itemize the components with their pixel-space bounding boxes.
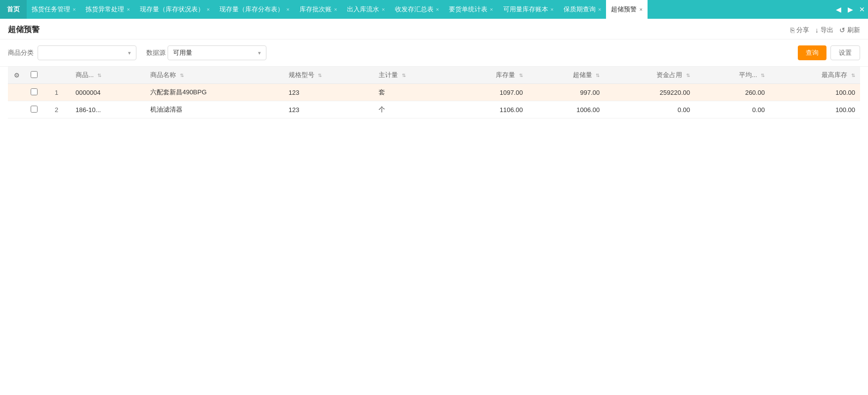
row-number: 1 <box>43 84 71 101</box>
datasource-label: 数据源 <box>146 48 166 57</box>
col-stock-header[interactable]: 库存量 ⇅ <box>451 67 528 84</box>
col-gear-header[interactable]: ⚙ <box>8 67 26 84</box>
row-gear-cell <box>8 84 26 101</box>
col-avg-header[interactable]: 平均... ⇅ <box>695 67 770 84</box>
tab-available-close[interactable]: × <box>551 6 554 12</box>
tab-picking-close[interactable]: × <box>73 6 76 12</box>
tab-requisition-close[interactable]: × <box>490 6 493 12</box>
share-button[interactable]: ⎘ 分享 <box>790 26 809 35</box>
tab-picking[interactable]: 拣货任务管理 × <box>27 0 81 19</box>
tab-inventory-status-close[interactable]: × <box>207 6 210 12</box>
row-checkbox-cell[interactable] <box>26 101 43 118</box>
col-unit-header[interactable]: 主计量 ⇅ <box>374 67 451 84</box>
col-max-stock-header[interactable]: 最高库存 ⇅ <box>770 67 860 84</box>
refresh-icon: ↺ <box>839 26 845 34</box>
table-body: 1 0000004 六配套新昌490BPG 123 套 1097.00 997.… <box>8 84 860 118</box>
category-label: 商品分类 <box>8 48 34 57</box>
tab-inventory-dist-close[interactable]: × <box>286 6 289 12</box>
nav-prev-button[interactable]: ◀ <box>832 0 844 19</box>
nav-next-button[interactable]: ▶ <box>844 0 856 19</box>
tab-batch[interactable]: 库存批次账 × <box>295 0 342 19</box>
filter-bar: 商品分类 ▾ 数据源 可用量 ▾ 查询 设置 <box>0 40 868 67</box>
col-spec-header[interactable]: 规格型号 ⇅ <box>284 67 374 84</box>
row-unit: 个 <box>374 101 451 118</box>
tab-batch-close[interactable]: × <box>334 6 337 12</box>
tab-overstock[interactable]: 超储预警 × <box>606 0 647 19</box>
row-product-code: 0000004 <box>71 84 145 101</box>
nav-home[interactable]: 首页 <box>0 0 27 19</box>
category-select[interactable]: ▾ <box>38 45 136 60</box>
col-checkbox-header[interactable] <box>26 67 43 84</box>
sort-unit-icon: ⇅ <box>402 73 406 78</box>
row-avg: 0.00 <box>695 101 770 118</box>
table-header-row: ⚙ 商品... ⇅ 商品名称 ⇅ 规格型号 <box>8 67 860 84</box>
top-navigation: 首页 拣货任务管理 × 拣货异常处理 × 现存量（库存状况表） × 现存量（库存… <box>0 0 868 19</box>
page-title: 超储预警 <box>8 25 40 35</box>
row-checkbox[interactable] <box>31 106 38 113</box>
nav-arrows: ◀ ▶ ✕ <box>832 0 868 19</box>
row-max-stock: 100.00 <box>770 101 860 118</box>
tab-available[interactable]: 可用量库存账本 × <box>498 0 559 19</box>
datasource-group: 数据源 可用量 ▾ <box>146 45 266 60</box>
row-product-name: 六配套新昌490BPG <box>145 84 284 101</box>
col-product-name-header[interactable]: 商品名称 ⇅ <box>145 67 284 84</box>
row-checkbox[interactable] <box>31 88 38 95</box>
table-container: ⚙ 商品... ⇅ 商品名称 ⇅ 规格型号 <box>0 67 868 118</box>
sort-avg-icon: ⇅ <box>761 73 765 78</box>
row-checkbox-cell[interactable] <box>26 84 43 101</box>
data-table: ⚙ 商品... ⇅ 商品名称 ⇅ 规格型号 <box>8 67 860 118</box>
category-select-arrow-icon: ▾ <box>128 50 131 56</box>
gear-icon: ⚙ <box>14 72 20 79</box>
row-overstock: 1006.00 <box>528 101 605 118</box>
datasource-select-arrow-icon: ▾ <box>258 50 261 56</box>
row-stock: 1106.00 <box>451 101 528 118</box>
settings-button[interactable]: 设置 <box>830 45 860 60</box>
page-content: 超储预警 ⎘ 分享 ↓ 导出 ↺ 刷新 商品分类 ▾ 数据源 <box>0 19 868 395</box>
row-capital: 259220.00 <box>605 84 695 101</box>
row-number: 2 <box>43 101 71 118</box>
row-product-name: 机油滤清器 <box>145 101 284 118</box>
tab-inventory-status[interactable]: 现存量（库存状况表） × <box>135 0 215 19</box>
share-icon: ⎘ <box>790 26 794 34</box>
tab-requisition[interactable]: 要货单统计表 × <box>444 0 498 19</box>
row-spec: 123 <box>284 84 374 101</box>
row-unit: 套 <box>374 84 451 101</box>
tab-flow-close[interactable]: × <box>382 6 385 12</box>
export-icon: ↓ <box>815 26 819 34</box>
row-overstock: 997.00 <box>528 84 605 101</box>
sort-capital-icon: ⇅ <box>686 73 690 78</box>
tab-collect-close[interactable]: × <box>436 6 439 12</box>
sort-spec-icon: ⇅ <box>318 73 322 78</box>
page-header: 超储预警 ⎘ 分享 ↓ 导出 ↺ 刷新 <box>0 19 868 40</box>
tab-overstock-close[interactable]: × <box>639 6 642 12</box>
datasource-select[interactable]: 可用量 ▾ <box>168 45 266 60</box>
sort-overstock-icon: ⇅ <box>596 73 600 78</box>
row-spec: 123 <box>284 101 374 118</box>
col-capital-header[interactable]: 资金占用 ⇅ <box>605 67 695 84</box>
header-actions: ⎘ 分享 ↓ 导出 ↺ 刷新 <box>790 26 860 35</box>
tab-picking-abnormal[interactable]: 拣货异常处理 × <box>81 0 134 19</box>
row-product-code: 186-10... <box>71 101 145 118</box>
tab-picking-abnormal-close[interactable]: × <box>127 6 130 12</box>
datasource-value: 可用量 <box>173 48 192 57</box>
export-button[interactable]: ↓ 导出 <box>815 26 833 35</box>
tab-flow[interactable]: 出入库流水 × <box>342 0 390 19</box>
col-overstock-header[interactable]: 超储量 ⇅ <box>528 67 605 84</box>
tab-warranty-close[interactable]: × <box>598 6 601 12</box>
tab-inventory-dist[interactable]: 现存量（库存分布表） × <box>215 0 294 19</box>
select-all-checkbox[interactable] <box>31 71 38 78</box>
query-button[interactable]: 查询 <box>798 45 826 60</box>
col-rownum-header <box>43 67 71 84</box>
row-capital: 0.00 <box>605 101 695 118</box>
tab-warranty[interactable]: 保质期查询 × <box>559 0 606 19</box>
sort-product-name-icon: ⇅ <box>180 73 184 78</box>
col-product-code-header[interactable]: 商品... ⇅ <box>71 67 145 84</box>
nav-close-all-button[interactable]: ✕ <box>856 0 868 19</box>
table-row: 1 0000004 六配套新昌490BPG 123 套 1097.00 997.… <box>8 84 860 101</box>
table-row: 2 186-10... 机油滤清器 123 个 1106.00 1006.00 … <box>8 101 860 118</box>
sort-max-stock-icon: ⇅ <box>851 73 855 78</box>
tab-collect[interactable]: 收发存汇总表 × <box>390 0 444 19</box>
row-stock: 1097.00 <box>451 84 528 101</box>
row-max-stock: 100.00 <box>770 84 860 101</box>
refresh-button[interactable]: ↺ 刷新 <box>839 26 860 35</box>
